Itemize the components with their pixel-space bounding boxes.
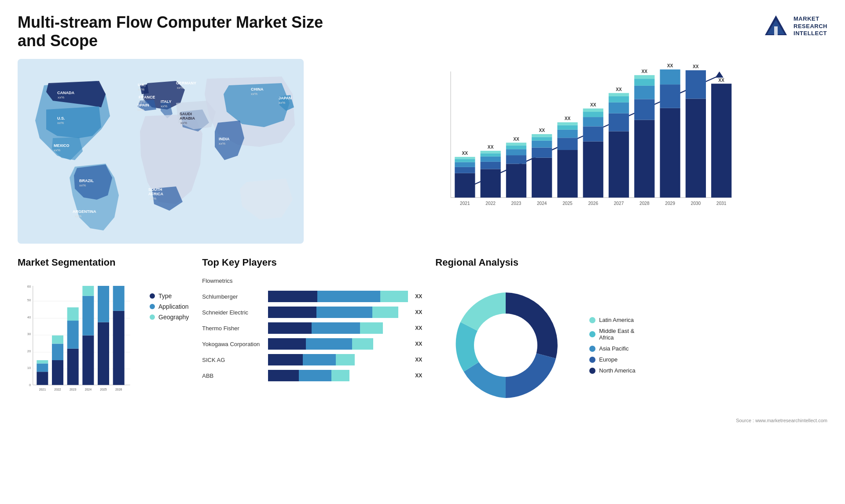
- svg-rect-63: [532, 141, 552, 148]
- svg-text:XX: XX: [590, 102, 596, 107]
- legend-dot-geography: [150, 314, 155, 320]
- donut-wrap: Latin America Middle East &Africa Asia P…: [435, 275, 827, 416]
- svg-text:60: 60: [27, 285, 31, 289]
- svg-rect-105: [711, 84, 731, 197]
- player-bar: [268, 291, 408, 302]
- svg-text:XX: XX: [513, 137, 519, 142]
- svg-rect-123: [37, 363, 48, 372]
- player-val: XX: [415, 357, 422, 363]
- svg-rect-142: [113, 286, 125, 311]
- svg-text:SAUDI: SAUDI: [180, 112, 192, 116]
- svg-text:2021: 2021: [39, 388, 46, 391]
- svg-text:XX: XX: [616, 87, 622, 92]
- player-row: Schneider Electric XX: [202, 307, 422, 318]
- svg-rect-2: [774, 26, 778, 35]
- svg-rect-91: [634, 86, 654, 99]
- svg-text:XX: XX: [667, 63, 673, 68]
- svg-text:xx%: xx%: [138, 88, 144, 91]
- label-latin-america: Latin America: [599, 317, 634, 323]
- bottom-section: Market Segmentation 0 10 20 30 40 50 60: [18, 257, 827, 459]
- bar-seg-light: [360, 322, 383, 334]
- svg-text:xx%: xx%: [161, 104, 167, 108]
- svg-rect-97: [660, 84, 680, 108]
- svg-text:SOUTH: SOUTH: [148, 187, 162, 192]
- svg-rect-57: [506, 146, 526, 149]
- svg-text:xx%: xx%: [177, 86, 184, 90]
- svg-rect-50: [481, 153, 501, 156]
- bar-seg-light: [336, 354, 355, 365]
- bar-seg-mid: [316, 307, 372, 318]
- dot-europe: [589, 357, 595, 363]
- svg-rect-68: [557, 150, 577, 197]
- player-bar-wrap: [268, 275, 415, 286]
- svg-rect-98: [660, 69, 680, 84]
- legend-north-america: North America: [589, 367, 635, 374]
- svg-text:2026: 2026: [115, 388, 122, 391]
- svg-text:xx%: xx%: [54, 148, 60, 152]
- svg-text:XX: XX: [488, 145, 494, 150]
- segmentation-title: Market Segmentation: [18, 257, 189, 268]
- svg-rect-90: [634, 99, 654, 120]
- svg-text:MEXICO: MEXICO: [54, 143, 70, 148]
- page-title: Multi-stream Flow Computer Market Size a…: [18, 13, 326, 50]
- player-row: SICK AG XX: [202, 354, 422, 365]
- svg-text:ITALY: ITALY: [161, 99, 172, 104]
- svg-text:GERMANY: GERMANY: [176, 81, 196, 85]
- segmentation-chart-svg: 0 10 20 30 40 50 60: [18, 275, 132, 411]
- legend-geography: Geography: [150, 314, 189, 321]
- world-map: CANADA xx% U.S. xx% MEXICO xx% BRAZIL xx…: [18, 59, 304, 244]
- growth-chart: XX 2021 XX 2022 XX 2023 XX 20: [317, 59, 827, 244]
- legend-dot-application: [150, 304, 155, 309]
- svg-rect-78: [583, 112, 603, 117]
- bar-seg-mid: [303, 354, 336, 365]
- donut-chart: [435, 275, 576, 416]
- svg-rect-48: [481, 162, 501, 169]
- svg-rect-61: [532, 158, 552, 198]
- svg-rect-41: [455, 167, 475, 173]
- svg-rect-79: [583, 109, 603, 112]
- player-val: XX: [415, 293, 422, 299]
- svg-rect-56: [506, 149, 526, 155]
- svg-text:2030: 2030: [691, 201, 701, 206]
- legend-europe: Europe: [589, 356, 635, 363]
- bar-seg-mid: [317, 291, 380, 302]
- svg-text:BRAZIL: BRAZIL: [79, 179, 94, 183]
- logo: MARKET RESEARCH INTELLECT: [763, 13, 827, 40]
- svg-text:xx%: xx%: [137, 108, 144, 112]
- players-title: Top Key Players: [202, 257, 422, 268]
- segmentation-legend: Type Application Geography: [150, 292, 189, 413]
- svg-rect-131: [67, 321, 79, 349]
- player-bar-wrap: [268, 322, 408, 334]
- player-bar-wrap: [268, 307, 408, 318]
- logo-icon: [763, 13, 789, 40]
- player-bar: [268, 322, 383, 334]
- svg-text:xx%: xx%: [150, 197, 156, 201]
- bar-seg-dark: [268, 307, 316, 318]
- player-bar: [268, 354, 355, 365]
- svg-text:xx%: xx%: [75, 214, 81, 218]
- svg-rect-101: [686, 99, 706, 197]
- player-val: XX: [415, 325, 422, 331]
- svg-text:XX: XX: [539, 128, 545, 133]
- svg-rect-136: [82, 286, 94, 296]
- svg-text:0: 0: [29, 383, 31, 387]
- svg-rect-122: [37, 372, 48, 385]
- svg-text:2021: 2021: [460, 201, 470, 206]
- svg-rect-72: [557, 122, 577, 125]
- svg-rect-71: [557, 125, 577, 130]
- logo-text: MARKET RESEARCH INTELLECT: [794, 15, 827, 38]
- svg-text:CHINA: CHINA: [251, 87, 264, 91]
- svg-text:SPAIN: SPAIN: [137, 103, 149, 107]
- svg-rect-86: [609, 93, 629, 96]
- segmentation-section: Market Segmentation 0 10 20 30 40 50 60: [18, 257, 189, 459]
- svg-text:ARABIA: ARABIA: [180, 116, 195, 121]
- svg-rect-75: [583, 142, 603, 198]
- svg-rect-126: [52, 360, 63, 385]
- player-name: Schlumberger: [202, 293, 264, 300]
- player-bar-wrap: [268, 370, 408, 381]
- bar-seg-mid: [299, 370, 331, 381]
- player-name: ABB: [202, 373, 264, 379]
- player-name: Flowmetrics: [202, 278, 264, 284]
- svg-rect-62: [532, 147, 552, 157]
- svg-text:ARGENTINA: ARGENTINA: [73, 209, 96, 214]
